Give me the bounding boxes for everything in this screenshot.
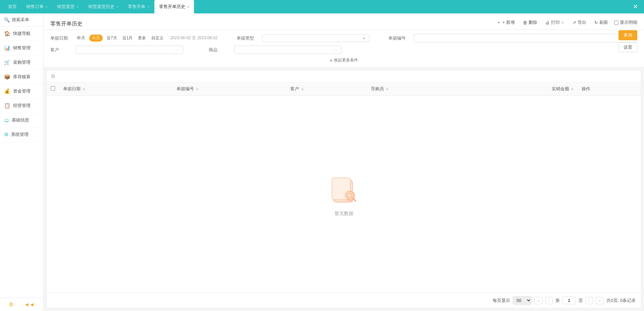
doc-no-label: 单据编号 — [388, 35, 408, 41]
first-page-button[interactable]: « — [534, 297, 543, 304]
delete-button[interactable]: 🗑 删除 — [521, 18, 539, 27]
empty-state: 暂无数据 — [47, 96, 641, 293]
date-btn-more[interactable]: 更多 — [137, 35, 147, 42]
customer-select[interactable]: ··· — [76, 46, 183, 54]
date-range: 2023-06-02 至 2023-06-02 — [170, 35, 217, 41]
table-settings-icon[interactable]: ⚙ — [51, 73, 55, 80]
delete-icon: 🗑 — [523, 20, 527, 25]
page-number-input[interactable] — [562, 297, 576, 304]
sidebar-item-inventory[interactable]: 📦 库存核算 — [0, 70, 43, 84]
sales-icon: 📊 — [4, 45, 10, 51]
sidebar: 🔍 搜索采单 🏠 快捷导航 📊 销售管理 🛒 采购管理 📦 库存核算 💰 — [0, 13, 44, 311]
tab-close-sales-return[interactable]: × — [77, 5, 79, 9]
date-btn-7days[interactable]: 近7天 — [105, 35, 118, 42]
sidebar-item-sales[interactable]: 📊 销售管理 — [0, 41, 43, 55]
sidebar-item-operations[interactable]: 📋 经营管理 — [0, 99, 43, 113]
tab-sales-order[interactable]: 销售订单 × — [21, 0, 52, 13]
sidebar-item-system[interactable]: ⚙ 系统管理 — [0, 127, 43, 142]
sidebar-item-purchase[interactable]: 🛒 采购管理 — [0, 55, 43, 70]
tab-close-sales-order[interactable]: × — [46, 5, 48, 9]
export-icon: ↗ — [573, 20, 576, 25]
header-actions: ＋ + 新增 🗑 删除 🖨 打印 ▼ ↗ 导出 ↻ — [495, 18, 637, 30]
sidebar-search[interactable]: 🔍 搜索采单 — [0, 13, 43, 27]
tab-sales-return[interactable]: 销货退货 × — [52, 0, 83, 13]
date-btn-1month[interactable]: 近1月 — [121, 35, 134, 42]
sort-date-icon: ⇅ — [83, 87, 85, 91]
add-icon: ＋ — [497, 19, 501, 25]
window-close-button[interactable]: ✕ — [630, 3, 641, 10]
sort-amount-icon: ⇅ — [571, 87, 574, 91]
finance-icon: 💰 — [4, 88, 10, 94]
system-icon: ⚙ — [4, 132, 8, 138]
print-dropdown-icon: ▼ — [561, 21, 564, 24]
col-guide[interactable]: 导购员 ⇅ — [367, 83, 464, 96]
sort-guide-icon: ⇅ — [386, 87, 389, 91]
sidebar-bottom: ⚙ ◄◄ — [0, 298, 43, 311]
print-icon: 🖨 — [545, 20, 550, 25]
col-ops: 操作 — [578, 83, 641, 96]
tab-home[interactable]: 首页 — [3, 0, 21, 13]
show-detail-checkbox-label[interactable]: 显示明细 — [614, 19, 637, 25]
add-button[interactable]: ＋ + 新增 — [495, 18, 517, 27]
col-amount[interactable]: 实销金额 ⇅ — [464, 83, 578, 96]
export-button[interactable]: ↗ 导出 — [571, 18, 588, 27]
collapse-button[interactable]: ∧ 收起更多条件 — [330, 57, 358, 63]
sidebar-collapse-button[interactable]: ◄◄ — [24, 302, 35, 308]
per-page-select[interactable]: 50 100 200 — [513, 296, 532, 305]
col-customer[interactable]: 客户 ⇅ — [286, 83, 367, 96]
sidebar-item-finance[interactable]: 💰 资金管理 — [0, 84, 43, 99]
purchase-icon: 🛒 — [4, 59, 10, 65]
empty-text: 暂无数据 — [335, 211, 353, 217]
col-no[interactable]: 单据编号 ⇅ — [172, 83, 286, 96]
per-page-label: 每页显示 — [493, 298, 510, 304]
prev-page-button[interactable]: ‹ — [545, 297, 553, 304]
tab-close-retail-open-history[interactable]: × — [187, 5, 189, 9]
date-btn-yesterday[interactable]: 昨天 — [76, 35, 87, 42]
tab-retail-open-history[interactable]: 零售开单历史 × — [154, 0, 194, 13]
date-btn-today[interactable]: 今天 — [89, 35, 103, 42]
doc-type-select[interactable]: ▼ — [262, 35, 369, 42]
filter-row-1: 单据日期 昨天 今天 近7天 近1月 更多 自定义 2023-06-02 至 2… — [50, 34, 637, 42]
goods-dots: ··· — [332, 47, 338, 52]
settings-button[interactable]: 设置 — [618, 42, 637, 52]
print-button[interactable]: 🖨 打印 ▼ — [543, 18, 566, 27]
main-layout: 🔍 搜索采单 🏠 快捷导航 📊 销售管理 🛒 采购管理 📦 库存核算 💰 — [0, 13, 644, 311]
sort-customer-icon: ⇅ — [301, 87, 304, 91]
search-icon: 🔍 — [4, 17, 10, 22]
next-page-button[interactable]: › — [586, 297, 593, 304]
table-container: ⚙ 单据日期 ⇅ 单据编号 ⇅ — [46, 70, 641, 308]
total-info: 共0页, 0条记录 — [606, 298, 636, 304]
doc-type-label: 单据类型 — [237, 35, 257, 41]
top-tab-bar: 首页 销售订单 × 销货退货 × 销货退货历史 × 零售开单 × 零售开单历史 … — [0, 0, 644, 13]
refresh-button[interactable]: ↻ 刷新 — [592, 18, 610, 27]
home-icon: 🏠 — [4, 31, 10, 37]
filter-area: 单据日期 昨天 今天 近7天 近1月 更多 自定义 2023-06-02 至 2… — [44, 30, 644, 67]
query-button[interactable]: 查询 — [618, 30, 637, 40]
date-btn-custom[interactable]: 自定义 — [150, 35, 165, 42]
last-page-button[interactable]: » — [596, 297, 604, 304]
goods-label: 商品 — [209, 47, 229, 53]
operations-icon: 📋 — [4, 103, 10, 109]
customer-label: 客户 — [50, 47, 70, 53]
page-label: 第 — [555, 298, 560, 304]
tab-sales-return-history[interactable]: 销货退货历史 × — [84, 0, 123, 13]
tab-retail-open[interactable]: 零售开单 × — [123, 0, 154, 13]
date-label: 单据日期 — [50, 35, 70, 41]
floating-actions: 查询 设置 — [618, 30, 637, 52]
col-date[interactable]: 单据日期 ⇅ — [59, 83, 172, 96]
select-all-checkbox[interactable] — [51, 86, 55, 91]
svg-point-10 — [345, 191, 353, 199]
customer-dots: ··· — [174, 47, 180, 52]
sidebar-menu: 🏠 快捷导航 📊 销售管理 🛒 采购管理 📦 库存核算 💰 资金管理 📋 — [0, 27, 43, 298]
sidebar-settings-button[interactable]: ⚙ — [9, 301, 13, 308]
doc-no-input[interactable] — [414, 34, 637, 42]
page-unit: 页 — [579, 298, 583, 304]
show-detail-checkbox[interactable] — [614, 20, 618, 25]
tab-close-retail-open[interactable]: × — [147, 5, 149, 9]
col-checkbox — [47, 83, 59, 96]
doc-type-dropdown-icon: ▼ — [362, 36, 366, 40]
sidebar-item-quick-nav[interactable]: 🏠 快捷导航 — [0, 27, 43, 41]
tab-close-sales-return-history[interactable]: × — [116, 5, 118, 9]
sidebar-item-base-info[interactable]: 🗂 基础信息 — [0, 113, 43, 127]
goods-select[interactable]: ··· — [234, 46, 342, 54]
